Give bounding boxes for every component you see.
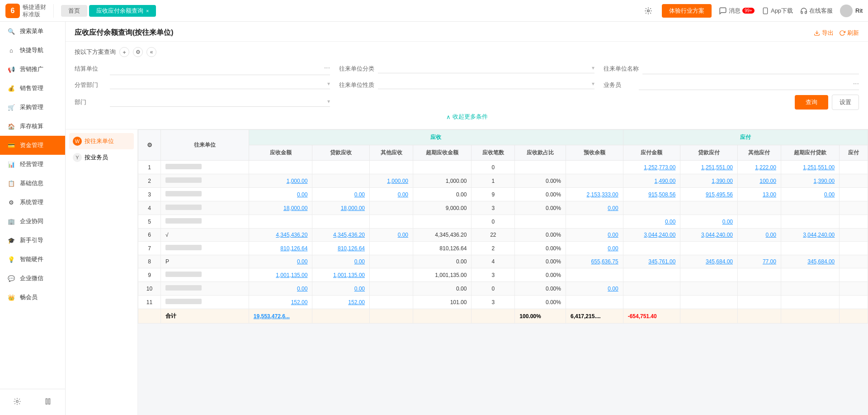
home-icon: ⌂ [7, 46, 15, 54]
table-body: 101,252,773.001,251,551.001,222.001,251,… [138, 161, 868, 309]
filter-settlement-dots[interactable]: ··· [324, 64, 330, 72]
table-row: 500.000.00 [138, 215, 868, 229]
purchase-icon: 🛒 [7, 103, 15, 111]
sidebar-item-label: 采购管理 [20, 103, 43, 111]
sidebar-collapse-btn[interactable] [41, 395, 55, 410]
svg-rect-4 [46, 399, 47, 404]
svg-point-0 [647, 10, 650, 12]
table-row: 91,001,135.001,001,135.001,001,135.0030.… [138, 268, 868, 282]
tfoot-empty [138, 309, 161, 324]
filter-partner-name-input[interactable] [642, 63, 859, 74]
th-group-ar: 应收 [249, 130, 623, 145]
filter-add-button[interactable]: + [119, 47, 129, 57]
app-download-button[interactable]: App下载 [762, 7, 793, 15]
sidebar-item-label: 搜索菜单 [20, 27, 43, 35]
sidebar-item-member[interactable]: 👑 畅会员 [0, 288, 65, 307]
table-row: 21,000.001,000.001,000.0010.00%1,490.001… [138, 174, 868, 188]
filter-top: 按以下方案查询 + ⚙ « [75, 47, 859, 57]
sidebar-item-basic[interactable]: 📋 基础信息 [0, 174, 65, 193]
page-title: 应收应付余额查询(按往来单位) [75, 28, 174, 38]
sidebar-item-capital[interactable]: 💳 资金管理 [0, 136, 65, 155]
panel-by-salesman[interactable]: Y 按业务员 [69, 149, 134, 166]
table-footer: 合计 19,553,472,6... 100.00% 6,417,215....… [138, 309, 868, 324]
table-row: 101,252,773.001,251,551.001,222.001,251,… [138, 161, 868, 174]
sidebar-item-hardware[interactable]: 💡 智能硬件 [0, 250, 65, 269]
filter-label: 按以下方案查询 [75, 48, 116, 56]
sidebar-item-corp[interactable]: 🏢 企业协同 [0, 212, 65, 231]
th-ar-count: 应收笔数 [472, 145, 515, 161]
gear-button[interactable] [642, 5, 655, 17]
topbar-home-tab[interactable]: 首页 [61, 5, 87, 17]
filter-settlement-label: 结算单位 [75, 65, 106, 73]
partner-name-cell [161, 174, 249, 188]
export-button[interactable]: 导出 [814, 29, 834, 37]
table-settings-icon[interactable]: ⚙ [147, 142, 152, 148]
sidebar-item-label: 企业协同 [20, 217, 43, 225]
user-area[interactable]: Rit [840, 5, 863, 17]
sidebar-item-purchase[interactable]: 🛒 采购管理 [0, 98, 65, 117]
table-row: 30.000.000.000.0090.00%2,153,333.00915,5… [138, 188, 868, 201]
message-button[interactable]: 消息 99+ [719, 7, 755, 15]
sidebar-item-label: 畅会员 [20, 293, 38, 301]
sidebar-item-label: 智能硬件 [20, 255, 43, 263]
sidebar-item-system[interactable]: ⚙ 系统管理 [0, 193, 65, 212]
sidebar-item-guide[interactable]: 🎓 新手引导 [0, 231, 65, 250]
sidebar-item-label: 资金管理 [20, 141, 43, 149]
table-row: 8P0.000.000.0040.00%655,636.75345,761.00… [138, 255, 868, 268]
sidebar-settings-btn[interactable] [10, 395, 24, 410]
topbar-main-tab[interactable]: 应收应付余额查询 × [89, 5, 156, 17]
tfoot-ap-amount: -654,751.40 [623, 309, 680, 324]
query-button[interactable]: 查询 [795, 95, 828, 110]
filter-settings-button[interactable]: ⚙ [133, 47, 143, 57]
sidebar-item-nav[interactable]: ⌂ 快捷导航 [0, 41, 65, 60]
setting-button[interactable]: 设置 [832, 95, 859, 110]
sidebar-item-wechat[interactable]: 💬 企业微信 [0, 269, 65, 288]
topbar-tab-close[interactable]: × [146, 8, 149, 14]
basic-icon: 📋 [7, 179, 15, 187]
filter-collapse-icon[interactable]: « [146, 47, 156, 57]
tfoot-ar-amount[interactable]: 19,553,472,6... [249, 309, 312, 324]
table-row: 418,000.0018,000.009,000.0030.00%0.00 [138, 201, 868, 215]
tfoot-ar-other [370, 309, 413, 324]
guide-icon: 🎓 [7, 236, 15, 244]
sales-icon: 💰 [7, 84, 15, 92]
filter-partner-nature-label: 往来单位性质 [339, 81, 374, 89]
user-avatar [840, 5, 853, 17]
sidebar-item-inventory[interactable]: 🏠 库存核算 [0, 117, 65, 136]
sidebar-item-search[interactable]: 🔍 搜索菜单 [0, 22, 65, 41]
sidebar-item-label: 营销推广 [20, 65, 43, 73]
service-button[interactable]: 在线客服 [800, 7, 833, 15]
tfoot-ar-overdue [413, 309, 472, 324]
left-panel: W 按往来单位 Y 按业务员 [66, 129, 138, 415]
sidebar-item-operation[interactable]: 📊 经营管理 [0, 155, 65, 174]
message-badge: 99+ [742, 8, 755, 14]
partner-name-cell [161, 268, 249, 282]
table-row: 6√4,345,436.204,345,436.200.004,345,436.… [138, 229, 868, 242]
filter-salesman-dots[interactable]: ··· [853, 80, 859, 88]
collapse-bar[interactable]: ∧ 收起更多条件 [75, 110, 859, 124]
sidebar-item-marketing[interactable]: 📢 营销推广 [0, 60, 65, 79]
th-ar-other: 其他应收 [370, 145, 413, 161]
th-prepay: 预收余额 [566, 145, 623, 161]
th-partner: 往来单位 [161, 130, 249, 161]
user-name: Rit [855, 7, 863, 14]
hardware-icon: 💡 [7, 255, 15, 263]
filter-dept-label: 分管部门 [75, 81, 106, 89]
sidebar-item-sales[interactable]: 💰 销售管理 [0, 79, 65, 98]
filter-dept: 分管部门 ▾ [75, 80, 330, 90]
solution-button[interactable]: 体验行业方案 [662, 4, 712, 18]
refresh-button[interactable]: 刷新 [839, 29, 859, 37]
th-ar-loan: 贷款应收 [312, 145, 370, 161]
filter-settlement-input[interactable] [110, 62, 324, 73]
sidebar: 🔍 搜索菜单 ⌂ 快捷导航 📢 营销推广 💰 销售管理 🛒 采购管理 🏠 库存核… [0, 22, 66, 415]
th-ap-loan: 贷款应付 [680, 145, 738, 161]
panel-salesman-label: 按业务员 [85, 153, 108, 162]
partner-name-cell [161, 215, 249, 229]
sidebar-item-label: 企业微信 [20, 274, 43, 282]
th-ar-amount: 应收金额 [249, 145, 312, 161]
header-actions: 导出 刷新 [814, 29, 859, 37]
svg-point-3 [16, 401, 19, 403]
filter-partner-category: 往来单位分类 ▾ [339, 62, 594, 75]
th-settings[interactable]: ⚙ [138, 130, 161, 161]
panel-by-partner[interactable]: W 按往来单位 [69, 133, 134, 149]
